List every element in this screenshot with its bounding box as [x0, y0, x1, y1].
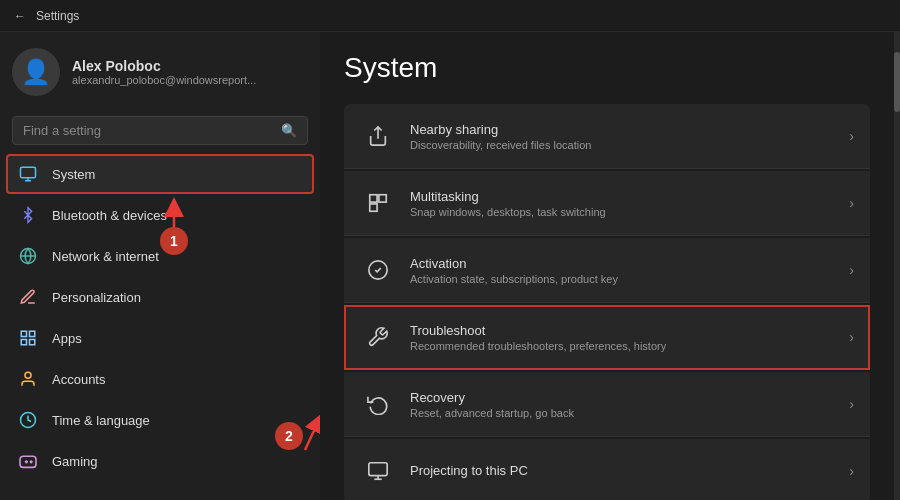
settings-item-multitasking[interactable]: Multitasking Snap windows, desktops, tas… [344, 171, 870, 236]
settings-item-activation[interactable]: Activation Activation state, subscriptio… [344, 238, 870, 303]
scrollbar-track[interactable] [894, 32, 900, 500]
troubleshoot-text: Troubleshoot Recommended troubleshooters… [410, 323, 849, 352]
network-icon [18, 246, 38, 266]
activation-title: Activation [410, 256, 849, 271]
sidebar-item-network-label: Network & internet [52, 249, 159, 264]
recovery-icon [360, 386, 396, 422]
multitasking-icon [360, 185, 396, 221]
activation-text: Activation Activation state, subscriptio… [410, 256, 849, 285]
sidebar-item-apps-label: Apps [52, 331, 82, 346]
annotation-badge-1: 1 [160, 227, 188, 255]
user-profile[interactable]: 👤 Alex Poloboc alexandru_poloboc@windows… [0, 32, 320, 112]
svg-rect-20 [370, 195, 377, 202]
settings-item-projecting[interactable]: Projecting to this PC › [344, 439, 870, 500]
sidebar-item-system-label: System [52, 167, 95, 182]
multitasking-desc: Snap windows, desktops, task switching [410, 206, 849, 218]
svg-rect-7 [30, 340, 35, 345]
svg-point-9 [25, 372, 31, 378]
svg-rect-21 [379, 195, 386, 202]
sidebar-item-accounts-label: Accounts [52, 372, 105, 387]
sidebar-item-time[interactable]: Time & language [6, 400, 314, 440]
recovery-text: Recovery Reset, advanced startup, go bac… [410, 390, 849, 419]
personalization-icon [18, 287, 38, 307]
sidebar-nav: System Bluetooth & devices Network [0, 153, 320, 482]
svg-rect-0 [21, 167, 36, 178]
sidebar-item-personalization[interactable]: Personalization [6, 277, 314, 317]
nearby-sharing-title: Nearby sharing [410, 122, 849, 137]
sidebar-item-bluetooth[interactable]: Bluetooth & devices [6, 195, 314, 235]
chevron-icon: › [849, 128, 854, 144]
troubleshoot-desc: Recommended troubleshooters, preferences… [410, 340, 849, 352]
chevron-icon-5: › [849, 396, 854, 412]
content-area: System Nearby sharing Discoverability, r… [320, 32, 894, 500]
back-button[interactable]: ← [12, 8, 28, 24]
main-layout: 👤 Alex Poloboc alexandru_poloboc@windows… [0, 32, 900, 500]
activation-icon [360, 252, 396, 288]
sidebar-item-gaming-label: Gaming [52, 454, 98, 469]
chevron-icon-4: › [849, 329, 854, 345]
search-input[interactable] [23, 123, 273, 138]
svg-rect-24 [369, 463, 387, 476]
svg-rect-22 [370, 204, 377, 211]
gaming-icon [18, 451, 38, 471]
avatar-icon: 👤 [21, 58, 51, 86]
multitasking-title: Multitasking [410, 189, 849, 204]
troubleshoot-title: Troubleshoot [410, 323, 849, 338]
projecting-text: Projecting to this PC [410, 463, 849, 480]
user-name: Alex Poloboc [72, 58, 256, 74]
chevron-icon-6: › [849, 463, 854, 479]
svg-rect-5 [21, 331, 26, 336]
accounts-icon [18, 369, 38, 389]
recovery-desc: Reset, advanced startup, go back [410, 407, 849, 419]
settings-item-recovery[interactable]: Recovery Reset, advanced startup, go bac… [344, 372, 870, 437]
nearby-sharing-text: Nearby sharing Discoverability, received… [410, 122, 849, 151]
projecting-icon [360, 453, 396, 489]
annotation-badge-2: 2 [275, 422, 303, 450]
bluetooth-icon [18, 205, 38, 225]
search-box[interactable]: 🔍 [12, 116, 308, 145]
sidebar-item-bluetooth-label: Bluetooth & devices [52, 208, 167, 223]
chevron-icon-3: › [849, 262, 854, 278]
settings-item-nearby-sharing[interactable]: Nearby sharing Discoverability, received… [344, 104, 870, 169]
sidebar-item-apps[interactable]: Apps [6, 318, 314, 358]
sidebar-item-accounts[interactable]: Accounts [6, 359, 314, 399]
svg-rect-8 [21, 340, 26, 345]
search-icon: 🔍 [281, 123, 297, 138]
troubleshoot-icon [360, 319, 396, 355]
projecting-title: Projecting to this PC [410, 463, 849, 478]
time-icon [18, 410, 38, 430]
sidebar-item-personalization-label: Personalization [52, 290, 141, 305]
sidebar-item-time-label: Time & language [52, 413, 150, 428]
settings-item-troubleshoot[interactable]: Troubleshoot Recommended troubleshooters… [344, 305, 870, 370]
user-info: Alex Poloboc alexandru_poloboc@windowsre… [72, 58, 256, 86]
search-container: 🔍 [0, 112, 320, 153]
sidebar-item-system[interactable]: System [6, 154, 314, 194]
activation-desc: Activation state, subscriptions, product… [410, 273, 849, 285]
nearby-sharing-desc: Discoverability, received files location [410, 139, 849, 151]
svg-point-14 [30, 461, 32, 463]
sidebar: 👤 Alex Poloboc alexandru_poloboc@windows… [0, 32, 320, 500]
title-bar-text: Settings [36, 9, 79, 23]
chevron-icon-2: › [849, 195, 854, 211]
page-title: System [344, 52, 870, 84]
system-icon [18, 164, 38, 184]
avatar: 👤 [12, 48, 60, 96]
user-email: alexandru_poloboc@windowsreport... [72, 74, 256, 86]
nearby-sharing-icon [360, 118, 396, 154]
title-bar: ← Settings [0, 0, 900, 32]
settings-list: Nearby sharing Discoverability, received… [344, 104, 870, 500]
recovery-title: Recovery [410, 390, 849, 405]
apps-icon [18, 328, 38, 348]
multitasking-text: Multitasking Snap windows, desktops, tas… [410, 189, 849, 218]
scrollbar-thumb[interactable] [894, 52, 900, 112]
svg-rect-6 [30, 331, 35, 336]
sidebar-item-gaming[interactable]: Gaming [6, 441, 314, 481]
